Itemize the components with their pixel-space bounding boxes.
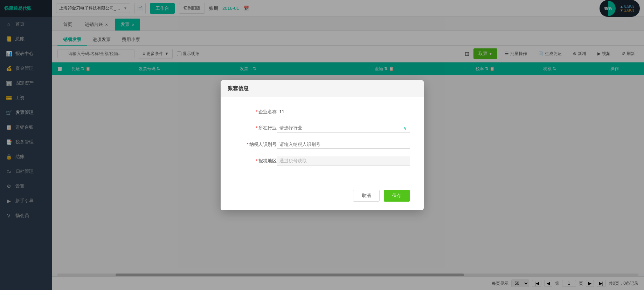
- form-label-company-name: *企业名称: [235, 109, 277, 115]
- form-row-tax-region: *报税地区通过税号获取: [235, 156, 410, 166]
- dialog-body: *企业名称*所在行业 ∨*纳税人识别号*报税地区通过税号获取: [221, 97, 424, 184]
- select-arrow-icon-industry: ∨: [403, 125, 407, 131]
- form-select-industry[interactable]: ∨: [277, 124, 410, 133]
- dialog: 账套信息 *企业名称*所在行业 ∨*纳税人识别号*报税地区通过税号获取 取消 保…: [221, 80, 424, 210]
- save-button[interactable]: 保存: [384, 190, 410, 202]
- form-label-tax-region: *报税地区: [235, 158, 277, 164]
- form-input-company-name[interactable]: [277, 108, 410, 116]
- form-input-tax-region: 通过税号获取: [277, 156, 410, 166]
- dialog-footer: 取消 保存: [221, 184, 424, 210]
- cancel-button[interactable]: 取消: [353, 190, 380, 202]
- required-mark-company-name: *: [256, 109, 257, 114]
- form-row-tax-id: *纳税人识别号: [235, 140, 410, 149]
- dialog-overlay: 账套信息 *企业名称*所在行业 ∨*纳税人识别号*报税地区通过税号获取 取消 保…: [0, 0, 644, 290]
- required-mark-industry: *: [256, 125, 257, 130]
- form-label-tax-id: *纳税人识别号: [235, 141, 277, 148]
- form-input-tax-id[interactable]: [277, 140, 410, 149]
- form-select-input-industry[interactable]: [279, 125, 403, 130]
- required-mark-tax-region: *: [256, 158, 257, 163]
- form-row-company-name: *企业名称: [235, 108, 410, 116]
- dialog-header: 账套信息: [221, 80, 424, 97]
- dialog-title: 账套信息: [228, 85, 249, 91]
- form-label-industry: *所在行业: [235, 125, 277, 131]
- form-row-industry: *所在行业 ∨: [235, 124, 410, 133]
- required-mark-tax-id: *: [247, 142, 248, 147]
